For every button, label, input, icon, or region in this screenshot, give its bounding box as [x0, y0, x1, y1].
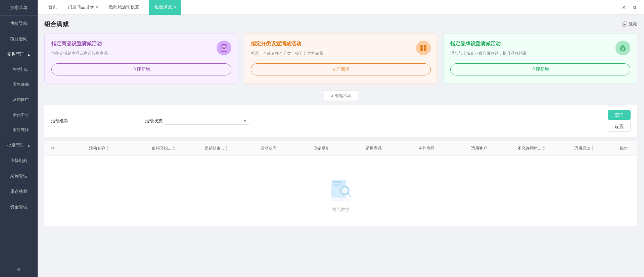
window-close-button[interactable]: ✕ [620, 3, 628, 11]
search-bar: 活动名称 活动状态 ∨ 查询 设置 [44, 105, 637, 137]
sidebar-item-wholesale-mgmt[interactable]: 批发管理 ▲ [0, 137, 38, 153]
sort-icon: ▲▼ [542, 145, 545, 151]
brand-card-add-button[interactable]: 立即新增 [450, 63, 630, 75]
tab-combo-discount-close[interactable]: × [174, 5, 176, 9]
product-card-desc: 可指定滞销商品或库存较多商品 [51, 50, 231, 57]
empty-text: 暂无数据 [332, 207, 350, 213]
table-header: ⚙ 活动名称 ▲▼ 促销开始... ▲▼ 促销结束... ▲▼ 活动状态 [44, 141, 637, 156]
collapse-bar: ∧ 收起活动 [44, 88, 637, 105]
chevron-up-icon: ∧ [331, 94, 334, 98]
tab-wechat-store-settings-close[interactable]: × [141, 5, 143, 9]
svg-rect-8 [333, 184, 340, 184]
settings-icon: ⚙ [17, 267, 21, 272]
sidebar-item-retail-mgmt[interactable]: 零售管理 ▲ [0, 47, 38, 62]
video-label: 视频 [629, 21, 637, 27]
category-card-add-button[interactable]: 立即新增 [251, 63, 431, 75]
sidebar-item-project-contract[interactable]: 项目合同 [0, 31, 38, 47]
empty-illustration [324, 176, 358, 203]
product-card-add-button[interactable]: 立即新增 [51, 63, 231, 75]
tab-home[interactable]: 首页 [43, 0, 62, 15]
sidebar-search-label: 搜索菜单 [10, 5, 28, 10]
activity-status-field: 活动状态 ∨ [145, 117, 249, 125]
sort-icon: ▲▼ [172, 145, 175, 151]
svg-rect-7 [333, 182, 342, 183]
sidebar-item-member-center[interactable]: 会员中心 [0, 107, 38, 122]
tab-store-catalog[interactable]: 门店商品目录 × [62, 0, 103, 15]
chevron-down-icon: ∨ [244, 119, 246, 123]
th-applicable-goods: 适用商品 [348, 146, 400, 151]
th-excluded-goods: 例外商品 [400, 146, 453, 151]
sidebar-item-retail-stats[interactable]: 零售统计 [0, 122, 38, 137]
sort-icon: ▲▼ [225, 145, 228, 151]
tab-wechat-store-settings[interactable]: 微商城店铺设置 × [103, 0, 149, 15]
activity-status-select[interactable]: ∨ [165, 117, 249, 125]
activity-name-field: 活动名称 [51, 117, 138, 125]
page-header: 组合满减 ▶ 视频 [44, 20, 637, 28]
th-applicable-channels[interactable]: 适用渠道 ▲▼ [558, 145, 610, 151]
svg-point-13 [343, 189, 344, 190]
brand-activity-card: 指定品牌设置满减活动 适合与上游企业联合做营销，提升品牌销量 立即新增 [443, 34, 637, 84]
window-restore-button[interactable]: ⧉ [631, 3, 639, 11]
svg-rect-1 [420, 45, 423, 48]
sidebar-item-xpang-ecommerce[interactable]: 小畅电商 [0, 153, 38, 168]
sort-icon: ▲▼ [106, 145, 109, 151]
video-link[interactable]: ▶ 视频 [622, 21, 637, 27]
page-content: 组合满减 ▶ 视频 指定商品设置满减活动 可指定滞销商品或库存较多商品 [38, 15, 644, 277]
sidebar-item-purchase-mgmt[interactable]: 采购管理 [0, 168, 38, 184]
query-button[interactable]: 查询 [608, 110, 631, 120]
empty-state: 暂无数据 [44, 156, 637, 226]
tab-combo-discount[interactable]: 组合满减 × [149, 0, 181, 15]
sort-icon: ▲▼ [591, 145, 594, 151]
th-promo-rule: 促销规则 [295, 146, 348, 151]
wholesale-mgmt-arrow: ▲ [27, 144, 31, 147]
th-promo-start[interactable]: 促销开始... ▲▼ [137, 145, 190, 151]
sidebar-item-quick-nav[interactable]: 快捷导航 [0, 16, 38, 31]
collapse-activities-button[interactable]: ∧ 收起活动 [324, 91, 358, 101]
sidebar-item-fund-mgmt[interactable]: 资金管理 [0, 199, 38, 215]
sidebar: 搜索菜单 快捷导航 项目合同 零售管理 ▲ 智慧门店 零售商城 营销推广 会员中… [0, 0, 38, 277]
product-card-title: 指定商品设置满减活动 [51, 41, 231, 47]
svg-rect-2 [424, 45, 426, 48]
th-promo-end[interactable]: 促销结束... ▲▼ [190, 145, 242, 151]
category-card-desc: 可选一个或者多个分类，提升分类的销量 [251, 50, 431, 57]
sidebar-search[interactable]: 搜索菜单 [0, 0, 38, 16]
th-gear[interactable]: ⚙ [44, 146, 61, 151]
category-card-icon [416, 41, 431, 55]
svg-point-5 [331, 198, 350, 202]
play-icon: ▶ [622, 21, 627, 27]
brand-card-title: 指定品牌设置满减活动 [450, 41, 630, 47]
sidebar-settings[interactable]: ⚙ [0, 263, 38, 277]
page-title: 组合满减 [44, 20, 68, 28]
sidebar-item-marketing[interactable]: 营销推广 [0, 92, 38, 107]
retail-mgmt-arrow: ▲ [27, 53, 31, 56]
activity-name-label: 活动名称 [51, 118, 68, 124]
sidebar-item-inventory-calc[interactable]: 库存核算 [0, 184, 38, 199]
search-actions: 查询 设置 [608, 110, 631, 132]
activity-status-label: 活动状态 [145, 118, 163, 124]
activity-name-input[interactable] [71, 117, 138, 125]
product-card-icon [217, 41, 231, 55]
th-activity-status: 活动状态 [242, 146, 295, 151]
gear-icon: ⚙ [51, 146, 55, 151]
main-area: 首页 门店商品目录 × 微商城店铺设置 × 组合满减 × ✕ ⧉ 组合满减 [38, 0, 644, 277]
data-table: ⚙ 活动名称 ▲▼ 促销开始... ▲▼ 促销结束... ▲▼ 活动状态 [44, 141, 637, 226]
svg-rect-3 [420, 48, 423, 51]
product-activity-card: 指定商品设置满减活动 可指定滞销商品或库存较多商品 立即新增 [44, 34, 238, 84]
tab-bar: 首页 门店商品目录 × 微商城店铺设置 × 组合满减 × ✕ ⧉ [38, 0, 644, 15]
sidebar-item-smart-store[interactable]: 智慧门店 [0, 62, 38, 77]
brand-card-desc: 适合与上游企业联合做营销，提升品牌销量 [450, 50, 630, 57]
th-applicable-customers: 适用客户 [453, 146, 505, 151]
th-operations: 操作 [610, 146, 637, 151]
tab-bar-actions: ✕ ⧉ [620, 3, 639, 11]
category-activity-card: 指定分类设置满减活动 可选一个或者多个分类，提升分类的销量 立即新增 [244, 34, 438, 84]
tab-store-catalog-close[interactable]: × [96, 5, 98, 9]
sidebar-item-retail-mall[interactable]: 零售商城 [0, 77, 38, 92]
brand-card-icon [615, 41, 630, 55]
svg-line-12 [348, 193, 351, 197]
th-no-overlap[interactable]: 不允许同时... ▲▼ [505, 145, 558, 151]
th-activity-name[interactable]: 活动名称 ▲▼ [61, 145, 137, 151]
svg-rect-4 [424, 48, 426, 51]
category-card-title: 指定分类设置满减活动 [251, 41, 431, 47]
svg-point-11 [342, 188, 347, 193]
settings-button[interactable]: 设置 [608, 122, 631, 132]
